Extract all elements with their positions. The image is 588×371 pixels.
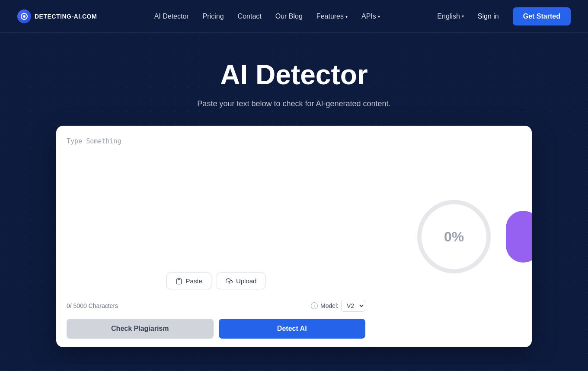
- nav-link-apis[interactable]: APIs ▾: [361, 13, 380, 20]
- model-info-icon[interactable]: i: [311, 302, 318, 309]
- nav-link-features[interactable]: Features ▾: [316, 13, 348, 20]
- navbar: DETECTING-AI.COM AI Detector Pricing Con…: [0, 0, 588, 33]
- paste-upload-row: Paste Upload: [67, 273, 365, 289]
- nav-link-contact[interactable]: Contact: [238, 13, 262, 20]
- blob-decoration: [506, 211, 532, 263]
- results-panel: 0%: [376, 126, 532, 347]
- logo[interactable]: DETECTING-AI.COM: [17, 10, 97, 23]
- svg-point-1: [23, 15, 26, 18]
- svg-rect-2: [178, 278, 180, 279]
- nav-link-our-blog[interactable]: Our Blog: [275, 13, 303, 20]
- model-label: Model:: [320, 302, 339, 309]
- logo-icon: [17, 10, 31, 23]
- text-input[interactable]: [67, 136, 365, 266]
- model-select[interactable]: V2 V1: [341, 300, 365, 312]
- check-plagiarism-button[interactable]: Check Plagiarism: [67, 319, 214, 339]
- upload-button[interactable]: Upload: [217, 273, 266, 289]
- hero-title: AI Detector: [9, 59, 579, 91]
- editor-bottom-row: 0/ 5000 Characters i Model: V2 V1: [67, 300, 365, 312]
- nav-link-ai-detector[interactable]: AI Detector: [154, 13, 189, 20]
- model-row: i Model: V2 V1: [311, 300, 365, 312]
- check-detect-row: Check Plagiarism Detect AI: [67, 319, 365, 339]
- apis-chevron-icon: ▾: [378, 14, 380, 19]
- features-chevron-icon: ▾: [345, 14, 348, 19]
- language-chevron-icon: ▾: [462, 14, 464, 19]
- nav-link-pricing[interactable]: Pricing: [203, 13, 224, 20]
- sign-in-button[interactable]: Sign in: [471, 9, 506, 24]
- paste-icon: [176, 278, 182, 285]
- gauge-circle: 0%: [411, 193, 497, 280]
- hero-section: AI Detector Paste your text below to che…: [0, 33, 588, 365]
- hero-subtitle: Paste your text below to check for AI-ge…: [9, 99, 579, 108]
- get-started-button[interactable]: Get Started: [513, 7, 571, 25]
- detect-ai-button[interactable]: Detect AI: [219, 319, 366, 339]
- language-selector[interactable]: English ▾: [437, 13, 463, 20]
- upload-icon: [226, 278, 233, 285]
- logo-text: DETECTING-AI.COM: [35, 13, 97, 20]
- editor-panel: Paste Upload 0/ 5000 Characters i Model:: [56, 126, 376, 347]
- nav-right: English ▾ Sign in Get Started: [437, 7, 571, 25]
- gauge-value: 0%: [444, 228, 464, 244]
- paste-button[interactable]: Paste: [166, 273, 211, 289]
- char-count: 0/ 5000 Characters: [67, 302, 118, 309]
- bottom-section: [0, 365, 588, 371]
- main-card: Paste Upload 0/ 5000 Characters i Model:: [56, 126, 532, 347]
- nav-links: AI Detector Pricing Contact Our Blog Fea…: [154, 13, 380, 20]
